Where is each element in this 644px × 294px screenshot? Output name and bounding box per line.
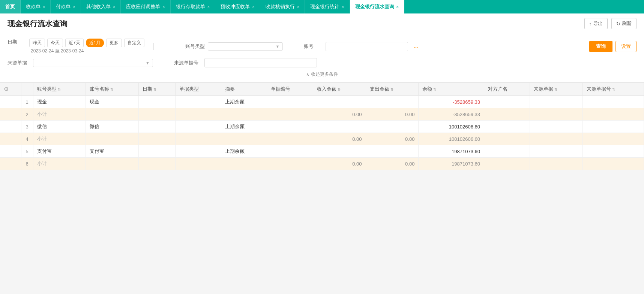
cell-balance: 100102606.60 bbox=[419, 121, 484, 133]
account-dots-button[interactable]: ... bbox=[411, 43, 420, 50]
account-type-dropdown-icon: ▼ bbox=[275, 44, 279, 49]
cell-account_name: 现金 bbox=[86, 96, 139, 108]
collapse-bar[interactable]: ∧ 收起更多条件 bbox=[8, 70, 636, 79]
date-option-button[interactable]: 更多 bbox=[106, 39, 122, 47]
nav-tab[interactable]: 其他收入单× bbox=[81, 0, 121, 13]
source-doc-num-input[interactable] bbox=[204, 58, 317, 67]
cell-doc_num bbox=[267, 145, 313, 158]
nav-tab[interactable]: 收款核销执行× bbox=[260, 0, 305, 13]
top-nav: 首页 收款单×付款单×其他收入单×应收应付调整单×银行存取款单×预收冲应收单×收… bbox=[0, 0, 644, 13]
source-doc-num-label: 来源单据号 bbox=[174, 60, 198, 66]
date-range: 2023-02-24 至 2023-03-24 bbox=[31, 48, 144, 54]
table-row[interactable]: 1现金现金上期余额-3528659.33 bbox=[0, 96, 644, 108]
cell-doc_num bbox=[267, 121, 313, 133]
col-header-date[interactable]: 日期⇅ bbox=[139, 83, 175, 96]
nav-tab-close[interactable]: × bbox=[73, 4, 75, 9]
table-row[interactable]: 5支付宝支付宝上期余额19871073.60 bbox=[0, 145, 644, 158]
cell-doc_num bbox=[267, 158, 313, 170]
nav-tab-close[interactable]: × bbox=[113, 4, 115, 9]
filter-row-2: 来源单据 ▼ 来源单据号 bbox=[8, 58, 636, 67]
table-settings-icon[interactable]: ⚙ bbox=[4, 86, 9, 92]
col-header-expense[interactable]: 支出金额⇅ bbox=[366, 83, 419, 96]
cell-expense bbox=[366, 145, 419, 158]
table-row[interactable]: 6小计0.000.0019871073.60 bbox=[0, 158, 644, 170]
col-header-source_doc[interactable]: 来源单据⇅ bbox=[530, 83, 583, 96]
cell-summary bbox=[221, 108, 267, 121]
cell-settings bbox=[0, 96, 21, 108]
cell-counterpart bbox=[484, 96, 530, 108]
date-option-button[interactable]: 昨天 bbox=[29, 39, 45, 47]
nav-tab-close[interactable]: × bbox=[297, 4, 299, 9]
cell-doc_type bbox=[175, 96, 221, 108]
sort-icon: ⇅ bbox=[338, 87, 341, 91]
table-header-row: ⚙账号类型⇅账号名称⇅日期⇅单据类型摘要单据编号收入金额⇅支出金额⇅余额⇅对方户… bbox=[0, 83, 644, 96]
col-header-settings: ⚙ bbox=[0, 83, 21, 96]
col-header-account_name[interactable]: 账号名称⇅ bbox=[86, 83, 139, 96]
col-header-source_doc_num[interactable]: 来源单据号⇅ bbox=[583, 83, 644, 96]
cell-account_name: 支付宝 bbox=[86, 145, 139, 158]
cell-settings bbox=[0, 121, 21, 133]
nav-tab[interactable]: 现金银行流水查询× bbox=[350, 0, 404, 13]
export-icon: ↑ bbox=[589, 21, 592, 27]
nav-tab[interactable]: 现金银行统计× bbox=[305, 0, 350, 13]
account-type-select[interactable]: ▼ bbox=[208, 42, 283, 51]
filter-row-1: 日期 昨天今天近7天近1月更多自定义 2023-02-24 至 2023-03-… bbox=[8, 39, 636, 54]
nav-tab-label: 银行存取款单 bbox=[176, 3, 205, 10]
cell-summary bbox=[221, 133, 267, 145]
source-doc-label: 来源单据 bbox=[8, 60, 27, 66]
source-doc-select[interactable]: ▼ bbox=[33, 59, 153, 67]
col-header-balance[interactable]: 余额⇅ bbox=[419, 83, 484, 96]
date-option-button[interactable]: 近7天 bbox=[65, 39, 84, 47]
nav-tab[interactable]: 付款单× bbox=[51, 0, 81, 13]
cell-balance: 100102606.60 bbox=[419, 133, 484, 145]
date-option-button[interactable]: 今天 bbox=[47, 39, 63, 47]
nav-tab-label: 其他收入单 bbox=[86, 3, 111, 10]
sort-icon: ⇅ bbox=[390, 87, 393, 91]
col-header-summary: 摘要 bbox=[221, 83, 267, 96]
nav-tab-close[interactable]: × bbox=[342, 4, 344, 9]
cell-expense: 0.00 bbox=[366, 133, 419, 145]
export-button[interactable]: ↑ 导出 bbox=[584, 18, 608, 29]
refresh-button[interactable]: ↻ 刷新 bbox=[611, 18, 636, 29]
cell-account_type: 支付宝 bbox=[33, 145, 86, 158]
cell-source_doc_num bbox=[583, 96, 644, 108]
date-option-button[interactable]: 近1月 bbox=[86, 39, 104, 47]
query-button[interactable]: 查询 bbox=[589, 41, 612, 52]
date-option-button[interactable]: 自定义 bbox=[124, 39, 144, 47]
table-row[interactable]: 3微信微信上期余额100102606.60 bbox=[0, 121, 644, 133]
cell-source_doc bbox=[530, 108, 583, 121]
cell-date bbox=[139, 121, 175, 133]
account-label: 账号 bbox=[304, 43, 323, 50]
sort-icon: ⇅ bbox=[153, 87, 156, 91]
nav-tab[interactable]: 应收应付调整单× bbox=[121, 0, 170, 13]
settings-button[interactable]: 设置 bbox=[615, 41, 636, 52]
cell-doc_num bbox=[267, 96, 313, 108]
nav-tab[interactable]: 收款单× bbox=[21, 0, 51, 13]
date-options: 昨天今天近7天近1月更多自定义 bbox=[29, 39, 144, 47]
sort-icon: ⇅ bbox=[612, 87, 615, 91]
table-row[interactable]: 2小计0.000.00-3528659.33 bbox=[0, 108, 644, 121]
nav-tab-close[interactable]: × bbox=[207, 4, 210, 9]
cell-summary: 上期余额 bbox=[221, 121, 267, 133]
col-header-income[interactable]: 收入金额⇅ bbox=[313, 83, 366, 96]
nav-tab[interactable]: 预收冲应收单× bbox=[215, 0, 260, 13]
cell-doc_num bbox=[267, 133, 313, 145]
table-row[interactable]: 4小计0.000.00100102606.60 bbox=[0, 133, 644, 145]
nav-home[interactable]: 首页 bbox=[0, 0, 21, 13]
cell-income bbox=[313, 145, 366, 158]
main-table: ⚙账号类型⇅账号名称⇅日期⇅单据类型摘要单据编号收入金额⇅支出金额⇅余额⇅对方户… bbox=[0, 83, 644, 170]
nav-tab-close[interactable]: × bbox=[43, 4, 45, 9]
cell-income: 0.00 bbox=[313, 108, 366, 121]
cell-balance: 19871073.60 bbox=[419, 158, 484, 170]
table-container: ⚙账号类型⇅账号名称⇅日期⇅单据类型摘要单据编号收入金额⇅支出金额⇅余额⇅对方户… bbox=[0, 83, 644, 170]
nav-tab-close[interactable]: × bbox=[162, 4, 165, 9]
col-header-account_type[interactable]: 账号类型⇅ bbox=[33, 83, 86, 96]
nav-tab-close[interactable]: × bbox=[396, 4, 399, 9]
cell-source_doc_num bbox=[583, 133, 644, 145]
account-input[interactable] bbox=[326, 42, 408, 51]
cell-doc_type bbox=[175, 145, 221, 158]
nav-tab[interactable]: 银行存取款单× bbox=[171, 0, 215, 13]
sort-icon: ⇅ bbox=[554, 87, 557, 91]
nav-tab-close[interactable]: × bbox=[252, 4, 254, 9]
sort-icon: ⇅ bbox=[110, 87, 113, 91]
